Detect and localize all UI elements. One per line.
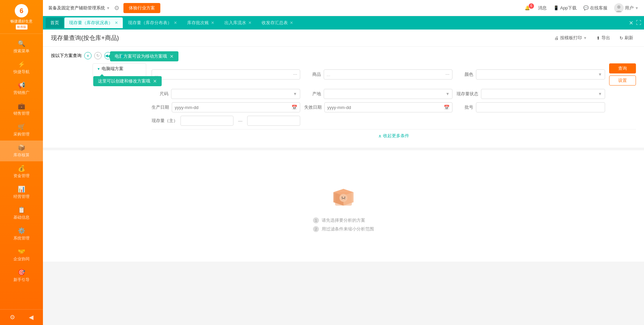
goods-label: 商品 — [304, 71, 321, 77]
stock-main-to-wrap[interactable] — [247, 116, 300, 126]
collapse-sidebar-button[interactable]: ◀ — [29, 314, 34, 321]
production-date-input-wrap[interactable]: 📅 — [172, 102, 300, 112]
sku-select[interactable]: ... ⋯ — [152, 69, 300, 79]
sidebar-item-quick[interactable]: ⚡ 快捷导航 — [0, 57, 43, 78]
collapse-label: 收起更多条件 — [383, 133, 409, 139]
sidebar-item-sales[interactable]: 💼 销售管理 — [0, 99, 43, 120]
edit-tooltip-text: 这里可以创建和修改方案哦 — [98, 78, 150, 84]
export-label: 导出 — [601, 35, 610, 41]
size-select[interactable]: ▼ — [171, 89, 300, 99]
svg-point-4 — [342, 197, 343, 198]
size-select-arrow-icon: ▼ — [293, 92, 297, 96]
purchase-icon: 🛒 — [18, 123, 25, 130]
export-button[interactable]: ⬆ 导出 — [594, 34, 613, 42]
tab-close-icon[interactable]: ✕ — [115, 20, 118, 25]
tab-receive-send[interactable]: 收发存汇总表 ✕ — [257, 17, 298, 28]
settings-icon[interactable]: ⚙ — [114, 4, 119, 12]
stock-main-to-input[interactable] — [250, 118, 307, 123]
collapse-bar: ∧ 收起更多条件 — [152, 129, 636, 142]
sidebar-logo: 6 畅捷通好生意 标准版 — [0, 0, 43, 34]
scheme-tree-pc[interactable]: ▼ 电脑端方案 — [93, 64, 146, 74]
size-label: 尺码 — [152, 91, 168, 97]
goods-placeholder: ... — [327, 72, 330, 77]
sidebar-bottom: ⚙ ◀ — [0, 309, 43, 325]
filter-field-size: 尺码 ▼ — [152, 89, 300, 99]
sidebar-item-search[interactable]: 🔍 搜索菜单 — [0, 37, 43, 57]
tab-batch[interactable]: 库存批次账 ✕ — [182, 17, 219, 28]
sidebar-item-coop[interactable]: 🤝 企业协同 — [0, 245, 43, 265]
filter-field-sku: ... ⋯ — [152, 69, 300, 79]
sidebar-item-system[interactable]: ⚙️ 系统管理 — [0, 224, 43, 245]
refresh-button[interactable]: ↻ 刷新 — [617, 34, 636, 42]
stock-main-from-input[interactable] — [183, 118, 240, 123]
origin-select-arrow-icon: ▼ — [445, 92, 449, 96]
notice-button[interactable]: 🔔 6 消息 — [525, 5, 547, 11]
filter-add-button[interactable]: + — [84, 52, 92, 59]
tab-home[interactable]: 首页 — [46, 17, 64, 28]
user-chevron-icon: ▼ — [635, 6, 639, 10]
app-download-button[interactable]: 📱 App下载 — [553, 5, 577, 11]
stock-main-from-wrap[interactable] — [180, 116, 233, 126]
system-name-select[interactable]: 装备及固定资产辅助管理系统 ▼ — [48, 5, 110, 11]
scheme-tooltip: 电脑方案可设为移动方案哦 ✕ — [110, 51, 178, 61]
print-button[interactable]: 🖨 按模板打印 ▼ — [552, 34, 590, 42]
quick-icon: ⚡ — [18, 61, 25, 68]
sidebar-item-label: 新手引导 — [13, 277, 30, 283]
tab-maximize-icon[interactable]: ⛶ — [636, 20, 641, 26]
batch-input-wrap[interactable] — [476, 102, 605, 112]
finance-icon: 💰 — [18, 165, 25, 172]
settings-bottom-button[interactable]: ⚙ — [10, 314, 15, 321]
tab-close-icon[interactable]: ✕ — [174, 20, 177, 25]
svg-point-1 — [617, 5, 621, 9]
query-button[interactable]: 查询 — [609, 63, 636, 73]
tab-stock-status-label: 现存量（库存状况表） — [69, 20, 113, 26]
user-menu[interactable]: 用户 ▼ — [614, 3, 639, 13]
hint-text-1: 请先选择要分析的方案 — [322, 217, 365, 223]
collapse-button[interactable]: ∧ 收起更多条件 — [374, 131, 413, 140]
stock-status-arrow-icon: ▼ — [598, 92, 602, 96]
expiry-date-input[interactable] — [327, 105, 444, 110]
reset-button[interactable]: 设置 — [609, 75, 636, 86]
tab-inout[interactable]: 出入库流水 ✕ — [220, 17, 256, 28]
production-date-input[interactable] — [175, 105, 291, 110]
sidebar-item-label: 销售管理 — [13, 111, 30, 116]
sidebar-item-operation[interactable]: 📊 经营管理 — [0, 182, 43, 203]
sidebar-item-marketing[interactable]: 📢 营销推广 — [0, 78, 43, 99]
print-label: 按模板打印 — [560, 35, 582, 41]
sidebar-item-finance[interactable]: 💰 资金管理 — [0, 161, 43, 182]
tab-stock-dist[interactable]: 现存量（库存分布表） ✕ — [123, 17, 182, 28]
sidebar-item-purchase[interactable]: 🛒 采购管理 — [0, 120, 43, 141]
filter-section: 按以下方案查询 + ↻ ◀◀ 电脑方案可设为移动方案哦 ✕ ▼ 电脑端方案 — [43, 47, 644, 148]
tab-close-icon[interactable]: ✕ — [211, 20, 214, 25]
tab-stock-status[interactable]: 现存量（库存状况表） ✕ — [64, 17, 123, 28]
filter-field-color: 颜色 ▼ — [457, 69, 605, 79]
online-support-button[interactable]: 💬 在线客服 — [583, 5, 607, 11]
tab-close-all-icon[interactable]: ✕ — [629, 20, 633, 26]
page-actions: 🖨 按模板打印 ▼ ⬆ 导出 ↻ 刷新 — [552, 34, 636, 42]
sidebar-item-label: 资金管理 — [13, 173, 30, 179]
sidebar-item-guide[interactable]: 🎯 新手引导 — [0, 265, 43, 286]
expiry-date-label: 失效日期 — [304, 104, 322, 110]
filter-field-origin: 产地 ▼ — [304, 89, 453, 99]
edit-tooltip-close[interactable]: ✕ — [153, 78, 157, 84]
origin-select[interactable]: ▼ — [324, 89, 453, 99]
svg-point-3 — [339, 194, 347, 202]
tab-close-icon[interactable]: ✕ — [290, 20, 293, 25]
color-select[interactable]: ▼ — [476, 69, 605, 79]
scheme-tooltip-close[interactable]: ✕ — [170, 54, 174, 59]
tab-stock-dist-label: 现存量（库存分布表） — [128, 20, 172, 26]
hint-num-2: 2 — [313, 226, 319, 232]
query-btn-area: 查询 设置 — [609, 63, 636, 86]
system-name-text: 装备及固定资产辅助管理系统 — [48, 5, 105, 11]
tab-close-icon[interactable]: ✕ — [248, 20, 252, 25]
sidebar-item-basic[interactable]: 📋 基础信息 — [0, 203, 43, 224]
trial-button[interactable]: 体验行业方案 — [123, 3, 160, 13]
expiry-date-input-wrap[interactable]: 📅 — [324, 102, 453, 112]
sidebar-item-inventory[interactable]: 📦 库存核算 — [0, 141, 43, 161]
filter-field-goods: 商品 ... ⋯ — [304, 69, 453, 79]
stock-status-select[interactable]: ▼ — [481, 89, 605, 99]
batch-input[interactable] — [479, 105, 602, 110]
filter-refresh-button[interactable]: ↻ — [94, 52, 102, 59]
user-avatar-image — [614, 3, 624, 13]
goods-select[interactable]: ... ⋯ — [324, 69, 453, 79]
